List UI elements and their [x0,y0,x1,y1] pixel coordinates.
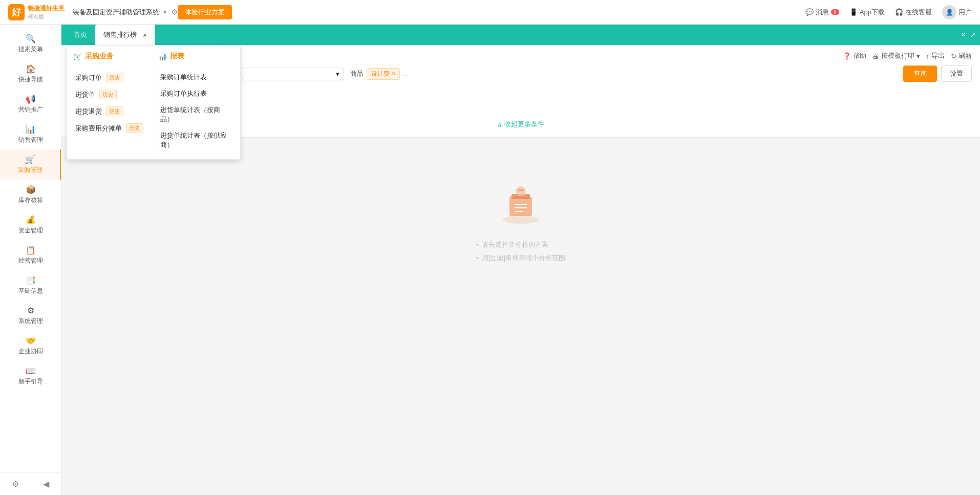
sidebar-item-sales[interactable]: 📊 销售管理 [0,119,61,149]
history-tag-incoming: 历史 [99,90,117,99]
collapse-btn[interactable]: ∧ 收起更多条件 [497,120,544,129]
print-label: 按模板打印 [881,51,914,60]
print-btn[interactable]: 🖨 按模板打印 ▾ [872,51,920,60]
sidebar-label-guide: 新手引导 [18,377,43,386]
logo-icon: 好 [8,4,25,20]
purchase-dropdown-menu: 🛒 采购业务 采购订单 历史 进货单 历史 进货退货 历史 采购费用分摊单 历史 [67,45,241,160]
marketing-icon: 📢 [26,94,36,104]
sidebar: 🔍 搜索菜单 🏠 快捷导航 📢 营销推广 📊 销售管理 🛒 采购管 [0,25,61,495]
sidebar-item-purchase[interactable]: 🛒 采购管理 [0,149,61,180]
help-btn[interactable]: ❓ 帮助 [843,51,866,60]
message-item[interactable]: 💬 消息 6 [805,8,839,17]
export-btn[interactable]: ↑ 导出 [926,51,945,60]
refresh-icon: ↻ [951,52,956,60]
enterprise-icon: 🤝 [26,336,36,346]
dropdown-item-supplier-stats[interactable]: 进货单统计表（按供应商） [158,127,235,153]
dropdown-item-label-expense: 采购费用分摊单 [75,124,122,133]
tab-sales-rank[interactable]: 销售排行榜 × [95,25,155,45]
sidebar-item-basic-info[interactable]: 📑 基础信息 [0,270,61,300]
collapse-label: 收起更多条件 [504,120,544,129]
sidebar-label-enterprise: 企业协同 [18,347,43,356]
sidebar-label-sales: 销售管理 [18,136,43,144]
dropdown-report-title: 📊 报表 [158,52,235,63]
dropdown-item-goods-stats[interactable]: 进货单统计表（按商品） [158,102,235,127]
query-btn[interactable]: 查询 [903,66,937,82]
app-name: 畅捷通好生意 [28,4,65,13]
sidebar-item-enterprise[interactable]: 🤝 企业协同 [0,331,61,361]
svg-rect-4 [518,189,524,191]
empty-illustration [495,179,546,230]
refresh-btn[interactable]: ↻ 刷新 [951,51,972,60]
online-service-item[interactable]: 🎧 在线客服 [895,8,932,17]
empty-tip-2: 用[过滤]条件来缩小分析范围 [476,251,565,265]
sidebar-items: 🔍 搜索菜单 🏠 快捷导航 📢 营销推广 📊 销售管理 🛒 采购管 [0,25,61,395]
sidebar-item-search[interactable]: 🔍 搜索菜单 [0,29,61,59]
sales-icon: 📊 [26,124,36,134]
tab-home[interactable]: 首页 [66,25,95,45]
top-bar: 好 畅捷通好生意 标准版 装备及固定资产辅助管理系统 ▾ ⚙ 体验行业方案 💬 … [0,0,980,25]
message-icon: 💬 [805,8,814,16]
sidebar-label-purchase: 采购管理 [18,166,42,175]
history-tag-return: 历史 [106,106,123,116]
sidebar-item-inventory[interactable]: 📦 库存核算 [0,180,61,210]
dropdown-purchase-col: 🛒 采购业务 采购订单 历史 进货单 历史 进货退货 历史 采购费用分摊单 历史 [73,52,150,153]
dropdown-item-return[interactable]: 进货退货 历史 [73,103,150,120]
refresh-label: 刷新 [958,51,972,60]
app-badge: 标准版 [28,13,65,20]
dropdown-item-incoming[interactable]: 进货单 历史 [73,86,150,103]
sidebar-item-marketing[interactable]: 📢 营销推广 [0,89,61,119]
dropdown-item-label-order-stats: 采购订单统计表 [160,73,207,82]
report-col-title-text: 报表 [170,52,184,61]
home-icon: 🏠 [26,64,36,74]
goods-tag-close[interactable]: × [392,70,395,77]
inventory-icon: 📦 [26,185,36,195]
message-badge: 6 [831,9,839,15]
dropdown-item-purchase-order[interactable]: 采购订单 历史 [73,69,150,86]
sidebar-label-marketing: 营销推广 [18,105,43,114]
sidebar-collapse-btn[interactable]: ◀ [43,479,49,489]
tab-window-close-icon[interactable]: × [961,30,966,39]
system-dropdown-icon[interactable]: ▾ [163,8,167,16]
report-col-icon: 📊 [158,52,167,60]
dropdown-item-label-goods-stats: 进货单统计表（按商品） [160,105,232,124]
help-icon: ❓ [843,52,851,60]
sidebar-item-finance[interactable]: 💰 资金管理 [0,210,61,240]
basic-info-icon: 📑 [26,275,36,285]
tab-expand-icon[interactable]: ⤢ [970,31,976,39]
dropdown-item-order-stats[interactable]: 采购订单统计表 [158,69,235,85]
dropdown-item-order-exec[interactable]: 采购订单执行表 [158,85,235,102]
export-icon: ↑ [926,52,930,60]
dropdown-item-label-incoming: 进货单 [75,90,95,99]
app-download-item[interactable]: 📱 App下载 [849,8,885,17]
user-item[interactable]: 👤 用户 [942,5,972,19]
logo-area: 好 畅捷通好生意 标准版 [8,4,65,20]
sidebar-label-finance: 资金管理 [18,226,43,235]
voucher-status-dropdown-icon: ▾ [336,70,339,78]
tab-bar: 首页 销售排行榜 × × ⤢ [61,25,980,45]
setting-btn[interactable]: 设置 [941,66,972,82]
sidebar-label-inventory: 库存核算 [18,196,43,205]
trial-btn[interactable]: 体验行业方案 [178,5,232,19]
goods-label: 商品 [350,69,364,78]
purchase-col-icon: 🛒 [73,52,82,60]
history-tag-expense: 历史 [126,123,143,133]
sidebar-item-operations[interactable]: 📋 经营管理 [0,240,61,270]
goods-tags-area: 设计费 × … [367,68,409,80]
tab-close-icon[interactable]: × [143,31,147,39]
svg-rect-1 [509,197,532,216]
goods-filter: 商品 设计费 × … [350,68,409,80]
goods-more-btn[interactable]: … [402,70,409,78]
dropdown-item-expense[interactable]: 采购费用分摊单 历史 [73,120,150,137]
dropdown-item-label-return: 进货退货 [75,107,102,116]
voucher-status-select[interactable]: ▾ [242,68,344,80]
system-name: 装备及固定资产辅助管理系统 [73,8,159,17]
user-name: 用户 [958,8,972,17]
tab-home-label: 首页 [74,30,87,39]
system-settings-icon[interactable]: ⚙ [171,8,178,17]
sidebar-settings-btn[interactable]: ⚙ [12,479,19,489]
sidebar-item-quicknav[interactable]: 🏠 快捷导航 [0,59,61,89]
svg-point-0 [503,216,539,224]
sidebar-item-guide[interactable]: 📖 新手引导 [0,361,61,391]
sidebar-item-system[interactable]: ⚙ 系统管理 [0,300,61,331]
system-name-area: 装备及固定资产辅助管理系统 ▾ ⚙ [73,8,178,17]
